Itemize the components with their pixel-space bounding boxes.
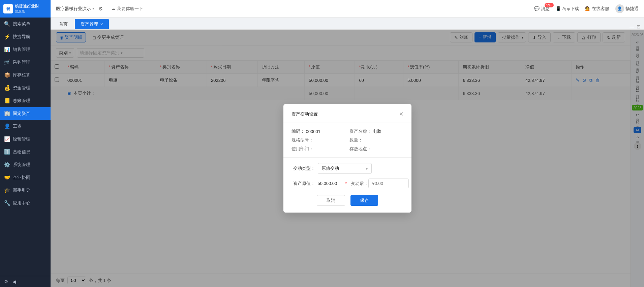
tab-assets-label: 资产管理 <box>81 21 98 27</box>
sidebar-item-operations[interactable]: 📈 经营管理 <box>0 133 51 146</box>
online-service-label: 在线客服 <box>592 6 609 12</box>
experience-label: 我要体验一下 <box>117 6 143 12</box>
modal-close-icon[interactable]: ✕ <box>399 111 403 117</box>
download-icon: 📱 <box>556 6 561 11</box>
asset-original-label: 资产原值： <box>292 181 315 187</box>
enterprise-icon: 🤝 <box>4 174 10 181</box>
sidebar-item-fixedassets[interactable]: 🏢 固定资产 <box>0 107 51 120</box>
sidebar-item-ledger[interactable]: 📒 总账管理 <box>0 94 51 107</box>
messages-btn[interactable]: 💬 消息 99+ <box>534 6 550 12</box>
sidebar-item-purchase[interactable]: 🛒 采购管理 <box>0 56 51 69</box>
sidebar-footer: ⚙ ◀ <box>0 276 51 287</box>
info-quantity: 数量： <box>349 137 403 143</box>
location-label: 存放地点： <box>349 146 371 152</box>
sidebar-item-label-newguide: 新手引导 <box>13 187 30 193</box>
sidebar-item-label-fixedassets: 固定资产 <box>13 110 30 117</box>
modal-divider2 <box>283 157 411 158</box>
modal-divider <box>283 123 411 123</box>
required-star: * <box>345 181 347 186</box>
settings-icon[interactable]: ⚙ <box>4 279 8 284</box>
sidebar-item-label-operations: 经营管理 <box>13 136 30 142</box>
app-download-btn[interactable]: 📱 App下载 <box>556 6 579 12</box>
info-location: 存放地点： <box>349 146 403 152</box>
after-change-label: 变动后： <box>351 181 366 187</box>
change-type-value: 原值变动 <box>321 165 339 171</box>
sidebar-item-label-inventory: 库存核算 <box>13 72 30 78</box>
sidebar-item-label-quicknav: 快捷导航 <box>13 34 30 40</box>
salary-icon: 👤 <box>4 123 10 129</box>
info-asset-name: 资产名称： 电脑 <box>349 128 403 134</box>
username: 畅捷通 <box>625 6 639 12</box>
tab-close-icon[interactable]: ✕ <box>100 22 103 27</box>
app-edition: 普及版 <box>15 9 39 14</box>
ledger-icon: 📒 <box>4 98 10 104</box>
asset-original-value: 50,000.00 <box>318 181 337 186</box>
sidebar-item-label-capital: 资金管理 <box>13 85 30 91</box>
app-logo: 畅 <box>3 4 13 13</box>
sidebar-item-newguide[interactable]: 🎓 新手引导 <box>0 184 51 197</box>
sidebar-item-appcenter[interactable]: 🔧 应用中心 <box>0 197 51 210</box>
online-service-btn[interactable]: 💁 在线客服 <box>585 6 609 12</box>
sidebar-item-basicinfo[interactable]: ℹ️ 基础信息 <box>0 146 51 158</box>
sidebar-item-sales[interactable]: 📊 销售管理 <box>0 43 51 56</box>
maximize-icon[interactable]: ⊡ <box>636 24 641 29</box>
asset-name-label: 资产名称： <box>349 128 371 134</box>
main-area: 医疗器械行业演示 ▾ ⚙ ☁ 我要体验一下 💬 消息 99+ 📱 App下载 💁… <box>51 0 644 287</box>
sidebar-item-label-search: 搜索菜单 <box>13 21 30 27</box>
company-name: 医疗器械行业演示 <box>56 6 91 12</box>
sidebar-item-search[interactable]: 🔍 搜索菜单 <box>0 18 51 30</box>
tab-assets[interactable]: 资产管理 ✕ <box>75 19 109 29</box>
search-icon: 🔍 <box>4 21 10 27</box>
asset-change-modal: 资产变动设置 ✕ 编码： 000001 资产名称： 电脑 规格型号： <box>283 104 411 213</box>
app-download-label: App下载 <box>562 6 579 12</box>
quicknav-icon: ⚡ <box>4 34 10 40</box>
dept-label: 使用部门： <box>292 146 313 152</box>
messages-badge: 99+ <box>545 3 554 7</box>
message-icon: 💬 <box>534 6 540 11</box>
asset-name-value: 电脑 <box>373 128 381 134</box>
sidebar-item-label-ledger: 总账管理 <box>13 98 30 104</box>
sales-icon: 📊 <box>4 46 10 53</box>
modal-overlay: 资产变动设置 ✕ 编码： 000001 资产名称： 电脑 规格型号： <box>51 30 644 287</box>
service-icon: 💁 <box>585 6 590 11</box>
modal-info-grid: 编码： 000001 资产名称： 电脑 规格型号： 数量： <box>292 128 403 152</box>
topbar: 医疗器械行业演示 ▾ ⚙ ☁ 我要体验一下 💬 消息 99+ 📱 App下载 💁… <box>51 0 644 18</box>
sidebar-item-label-enterprise: 企业协同 <box>13 174 30 181</box>
minimize-icon[interactable]: — <box>629 24 635 29</box>
asset-value-row: 资产原值： 50,000.00 * 变动后： <box>292 179 403 188</box>
sidebar-item-enterprise[interactable]: 🤝 企业协同 <box>0 171 51 184</box>
info-dept: 使用部门： <box>292 146 345 152</box>
user-menu[interactable]: 👤 畅捷通 <box>615 4 639 13</box>
collapse-icon[interactable]: ◀ <box>12 279 16 284</box>
app-name: 畅捷通好业财 <box>15 4 39 9</box>
tab-home[interactable]: 首页 <box>53 19 73 29</box>
sidebar-item-label-basicinfo: 基础信息 <box>13 149 30 155</box>
content-area: ◉ 资产明细 ◻ 变更生成凭证 ✎ 刘账 + 新增 批量操作 <box>51 30 644 287</box>
change-type-label: 变动类型： <box>292 165 315 171</box>
save-button[interactable]: 保存 <box>350 195 378 206</box>
sidebar-item-salary[interactable]: 👤 工资 <box>0 120 51 133</box>
info-code: 编码： 000001 <box>292 128 345 134</box>
settings-icon[interactable]: ⚙ <box>98 6 103 12</box>
sidebar-item-capital[interactable]: 💰 资金管理 <box>0 82 51 94</box>
sidebar-item-quicknav[interactable]: ⚡ 快捷导航 <box>0 30 51 43</box>
modal-header: 资产变动设置 ✕ <box>292 111 403 117</box>
modal-buttons: 取消 保存 <box>292 195 403 206</box>
operations-icon: 📈 <box>4 136 10 142</box>
chevron-down-icon: ▾ <box>92 6 94 11</box>
quantity-label: 数量： <box>349 137 363 143</box>
modal-title: 资产变动设置 <box>292 111 318 117</box>
after-change-input[interactable] <box>368 179 409 188</box>
experience-btn[interactable]: ☁ 我要体验一下 <box>111 6 143 12</box>
tab-window-controls: — ⊡ <box>629 24 641 29</box>
tab-home-label: 首页 <box>59 21 68 27</box>
company-selector[interactable]: 医疗器械行业演示 ▾ <box>56 6 94 12</box>
appcenter-icon: 🔧 <box>4 200 10 206</box>
sidebar-item-system[interactable]: ⚙️ 系统管理 <box>0 158 51 171</box>
change-type-select[interactable]: 原值变动 ▾ <box>318 163 372 174</box>
sidebar-item-inventory[interactable]: 📦 库存核算 <box>0 69 51 82</box>
cancel-button[interactable]: 取消 <box>317 195 345 206</box>
tabbar: 首页 资产管理 ✕ — ⊡ <box>51 18 644 30</box>
fixedassets-icon: 🏢 <box>4 110 10 117</box>
spec-label: 规格型号： <box>292 137 313 143</box>
